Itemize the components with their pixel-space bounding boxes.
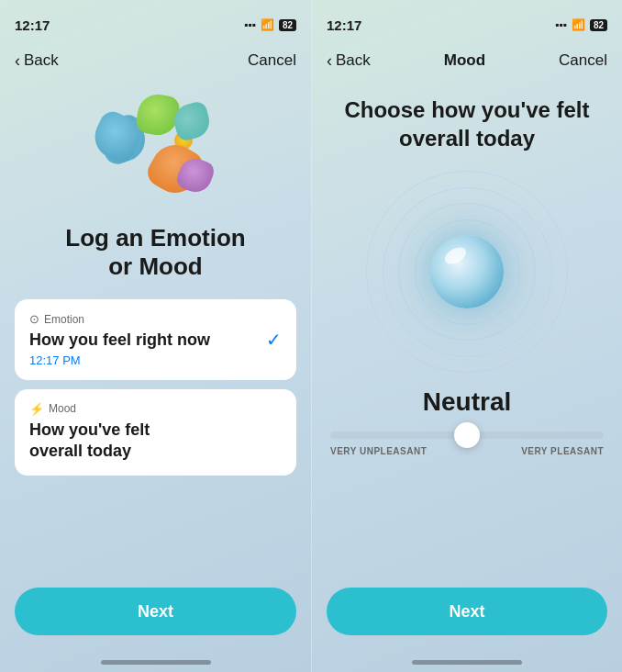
right-signal-icon: ▪▪▪ xyxy=(555,18,567,31)
mood-value-label: Neutral xyxy=(423,387,511,417)
right-status-time: 12:17 xyxy=(327,17,361,33)
main-title: Log an Emotion or Mood xyxy=(65,224,245,281)
flowers-illustration xyxy=(83,90,229,209)
emotion-time: 12:17 PM xyxy=(29,353,282,367)
right-next-button[interactable]: Next xyxy=(327,588,607,635)
mood-slider-thumb[interactable] xyxy=(454,422,480,448)
flower-green xyxy=(134,92,181,139)
left-home-indicator xyxy=(101,660,211,665)
right-home-indicator xyxy=(412,660,522,665)
right-back-button[interactable]: ‹ Back xyxy=(327,51,371,71)
mood-type: ⚡ Mood xyxy=(29,402,282,416)
right-cancel-button[interactable]: Cancel xyxy=(559,51,607,70)
left-status-time: 12:17 xyxy=(15,17,50,33)
right-nav-bar: ‹ Back Mood Cancel xyxy=(312,40,622,81)
mood-title: How you've felt overall today xyxy=(29,420,282,463)
mood-type-label: Mood xyxy=(49,402,76,415)
right-wifi-icon: 📶 xyxy=(572,18,585,31)
slider-min-label: VERY UNPLEASANT xyxy=(330,446,427,456)
orb-core xyxy=(430,235,504,308)
emotion-title: How you feel right now xyxy=(29,330,282,351)
right-battery-badge: 82 xyxy=(590,19,607,31)
slider-max-label: VERY PLEASANT xyxy=(521,446,604,456)
left-cancel-button[interactable]: Cancel xyxy=(248,51,296,70)
right-panel: 12:17 ▪▪▪ 📶 82 ‹ Back Mood Cancel Choose… xyxy=(311,0,622,672)
right-back-label: Back xyxy=(336,51,371,70)
right-status-bar: 12:17 ▪▪▪ 📶 82 xyxy=(312,0,622,40)
right-status-icons: ▪▪▪ 📶 82 xyxy=(555,18,607,31)
emotion-icon: ⊙ xyxy=(29,312,39,326)
emotion-check-icon: ✓ xyxy=(266,329,282,351)
options-container: ⊙ Emotion How you feel right now 12:17 P… xyxy=(0,299,311,475)
emotion-option-card[interactable]: ⊙ Emotion How you feel right now 12:17 P… xyxy=(15,299,296,379)
left-next-button[interactable]: Next xyxy=(15,588,296,635)
right-nav-title: Mood xyxy=(444,51,485,70)
mood-slider-track[interactable] xyxy=(330,431,604,439)
mood-icon: ⚡ xyxy=(29,402,44,416)
mood-option-card[interactable]: ⚡ Mood How you've felt overall today xyxy=(15,389,296,476)
left-chevron-icon: ‹ xyxy=(15,51,20,71)
left-nav-bar: ‹ Back Cancel xyxy=(0,40,311,81)
mood-heading: Choose how you've felt overall today xyxy=(312,95,622,152)
emotion-type-label: Emotion xyxy=(44,313,84,326)
left-status-bar: 12:17 ▪▪▪ 📶 82 xyxy=(0,0,311,40)
left-back-label: Back xyxy=(24,51,59,70)
left-back-button[interactable]: ‹ Back xyxy=(15,51,59,71)
left-status-icons: ▪▪▪ 📶 82 xyxy=(244,18,296,31)
mood-slider-container: VERY UNPLEASANT VERY PLEASANT xyxy=(312,431,622,456)
signal-icon: ▪▪▪ xyxy=(244,18,256,31)
battery-badge: 82 xyxy=(279,19,296,31)
left-panel: 12:17 ▪▪▪ 📶 82 ‹ Back Cancel Log an Emot… xyxy=(0,0,311,672)
right-chevron-icon: ‹ xyxy=(327,51,332,71)
mood-orb xyxy=(366,171,568,373)
emotion-type: ⊙ Emotion xyxy=(29,312,282,326)
wifi-icon: 📶 xyxy=(261,18,274,31)
